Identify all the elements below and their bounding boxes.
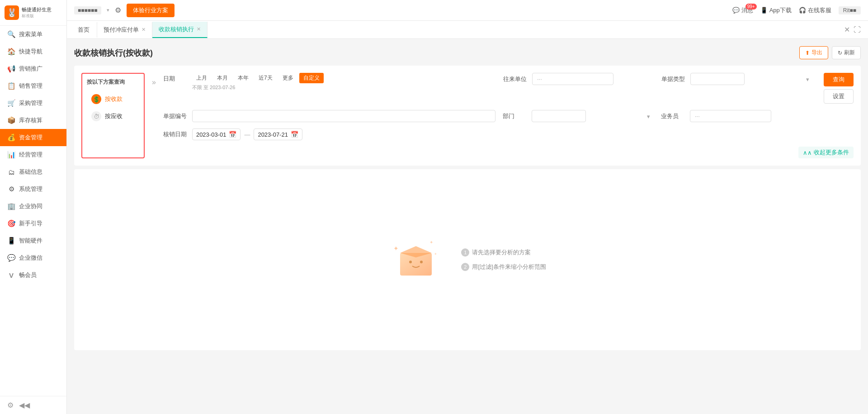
docno-input[interactable] — [192, 110, 495, 122]
logo-text-block: 畅捷通好生意 标准版 — [22, 6, 52, 19]
enterprise-icon: 🏢 — [7, 202, 15, 210]
svg-text:✦: ✦ — [434, 252, 437, 256]
sidebar-item-purchase[interactable]: 🛒 采购管理 — [0, 95, 66, 112]
verify-date-start-input[interactable]: 2023-03-01 📅 — [192, 128, 241, 140]
date-btn-more[interactable]: 更多 — [278, 73, 297, 83]
home-icon: 🏠 — [7, 48, 15, 56]
tab-collection[interactable]: 收款核销执行 ✕ — [152, 22, 208, 38]
logo-area: 🐰 畅捷通好生意 标准版 — [0, 0, 66, 26]
refresh-button[interactable]: ↻ 刷新 — [832, 46, 861, 59]
solution-button[interactable]: 体验行业方案 — [127, 4, 175, 17]
refresh-label: 刷新 — [844, 49, 855, 57]
date-btn-custom[interactable]: 自定义 — [299, 73, 324, 83]
sidebar-item-enterprise[interactable]: 🏢 企业协同 — [0, 198, 66, 215]
system-icon: ⚙ — [7, 185, 15, 193]
message-badge: 99+ — [745, 4, 757, 10]
tip-text-1: 请先选择要分析的方案 — [472, 247, 531, 258]
staff-label: 业务员 — [661, 112, 686, 120]
app-name: 畅捷通好生意 — [22, 6, 52, 13]
tab-home[interactable]: 首页 — [71, 22, 97, 38]
staff-input[interactable]: ··· — [690, 110, 771, 122]
date-shortcuts: 上月 本月 本年 近7天 更多 自定义 — [192, 73, 324, 83]
sidebar-menu: 🔍 搜索菜单 🏠 快捷导航 📢 营销推广 📋 销售管理 🛒 采购管理 📦 库存核… — [0, 26, 66, 396]
sidebar-item-wechat[interactable]: 💬 企业微信 — [0, 249, 66, 266]
partner-input[interactable]: ··· — [532, 73, 613, 85]
operations-icon: 📊 — [7, 151, 15, 159]
sidebar-bottom: ⚙ ◀◀ — [0, 396, 66, 414]
partner-field: 往来单位 ··· — [503, 73, 655, 85]
dept-field: 部门 — [503, 110, 654, 122]
header-gear-icon[interactable]: ⚙ — [115, 6, 121, 14]
tab-prepay[interactable]: 预付冲应付单 ✕ — [97, 22, 152, 38]
member-icon: V — [7, 271, 15, 279]
sidebar-item-basics[interactable]: 🗂 基础信息 — [0, 163, 66, 181]
tab-prepay-close[interactable]: ✕ — [142, 27, 146, 33]
page-title: 收款核销执行(按收款) — [74, 48, 799, 58]
sidebar-item-quick-nav[interactable]: 🏠 快捷导航 — [0, 43, 66, 60]
service-icon: 🎧 — [799, 7, 806, 14]
receivable-option-icon: ⏱ — [91, 111, 101, 121]
empty-state: ✦ ✦ ✦ 1 请先选择要分析的方案 2 用[过滤]条件来缩小分析范围 — [74, 169, 861, 350]
setting-button[interactable]: 设置 — [824, 89, 854, 104]
online-service-button[interactable]: 🎧 在线客服 — [799, 6, 831, 14]
sidebar-label-purchase: 采购管理 — [19, 99, 42, 107]
tab-expand-icon[interactable]: ⛶ — [854, 26, 861, 34]
date-btn-7days[interactable]: 近7天 — [255, 73, 277, 83]
doc-type-select[interactable] — [690, 73, 745, 85]
header-brand: ■■■■■■ — [74, 6, 101, 14]
date-btn-this-month[interactable]: 本月 — [213, 73, 232, 83]
brand-name: ■■■■■■ — [74, 6, 101, 14]
receivable-option-label: 按应收 — [105, 112, 123, 120]
sidebar-label-enterprise: 企业协同 — [19, 202, 42, 210]
filter-area: 按以下方案查询 💲 按收款 ⏱ 按应收 » 日期 — [74, 66, 861, 166]
sidebar-item-sales[interactable]: 📋 销售管理 — [0, 77, 66, 95]
export-button[interactable]: ⬆ 导出 — [799, 46, 828, 59]
query-button[interactable]: 查询 — [824, 73, 854, 86]
message-button[interactable]: 💬 消息 99+ — [732, 6, 753, 14]
sidebar-item-smart[interactable]: 📱 智能硬件 — [0, 232, 66, 249]
sidebar-label-inventory: 库存核算 — [19, 116, 42, 124]
app-download-button[interactable]: 📱 App下载 — [760, 6, 792, 14]
main-area: ■■■■■■ ▾ ⚙ 体验行业方案 💬 消息 99+ 📱 App下载 🎧 在线客… — [67, 0, 868, 414]
tab-collection-close[interactable]: ✕ — [197, 26, 201, 32]
sidebar-item-marketing[interactable]: 📢 营销推广 — [0, 60, 66, 77]
page-content: 收款核销执行(按收款) ⬆ 导出 ↻ 刷新 按以下方案查询 💲 按收款 — [67, 39, 868, 414]
verify-date-end-input[interactable]: 2023-07-21 📅 — [254, 128, 302, 140]
sidebar-label-operations: 经营管理 — [19, 151, 42, 159]
filter-panel-collapse[interactable]: » — [150, 76, 158, 88]
sidebar-label-member: 畅会员 — [19, 271, 37, 279]
filter-left-panel: 按以下方案查询 💲 按收款 ⏱ 按应收 — [81, 73, 145, 158]
verify-date-start-value: 2023-03-01 — [196, 131, 226, 138]
export-icon: ⬆ — [805, 50, 810, 56]
sidebar-label-marketing: 营销推广 — [19, 65, 42, 73]
tab-close-all-icon[interactable]: ✕ — [844, 25, 850, 34]
date-btn-last-month[interactable]: 上月 — [192, 73, 211, 83]
collection-option-icon: 💲 — [91, 94, 101, 104]
settings-bottom-icon[interactable]: ⚙ — [7, 401, 14, 409]
header-right: 💬 消息 99+ 📱 App下载 🎧 在线客服 Rit■■ — [732, 6, 861, 14]
header-chevron-icon[interactable]: ▾ — [107, 7, 109, 13]
sidebar-item-system[interactable]: ⚙ 系统管理 — [0, 181, 66, 198]
sidebar-item-member[interactable]: V 畅会员 — [0, 266, 66, 284]
svg-point-1 — [409, 261, 412, 263]
dept-select[interactable] — [532, 110, 586, 122]
sidebar-item-guide[interactable]: 🎯 新手引导 — [0, 215, 66, 232]
date-btn-this-year[interactable]: 本年 — [234, 73, 253, 83]
page-actions: ⬆ 导出 ↻ 刷新 — [799, 46, 861, 59]
logo-icon: 🐰 — [5, 5, 19, 20]
collapse-more-button[interactable]: ∧∧ 收起更多条件 — [798, 147, 854, 158]
sidebar-item-inventory[interactable]: 📦 库存核算 — [0, 112, 66, 129]
basics-icon: 🗂 — [7, 168, 15, 176]
export-label: 导出 — [811, 49, 822, 57]
filter-by-collection[interactable]: 💲 按收款 — [87, 90, 139, 108]
wechat-icon: 💬 — [7, 254, 15, 262]
tip-num-1: 1 — [461, 248, 469, 257]
user-name[interactable]: Rit■■ — [839, 6, 861, 14]
filter-by-receivable[interactable]: ⏱ 按应收 — [87, 108, 139, 125]
sidebar-label-basics: 基础信息 — [19, 168, 42, 176]
collapse-sidebar-icon[interactable]: ◀◀ — [19, 401, 30, 409]
sidebar-item-operations[interactable]: 📊 经营管理 — [0, 146, 66, 163]
smart-icon: 📱 — [7, 237, 15, 245]
sidebar-item-search[interactable]: 🔍 搜索菜单 — [0, 26, 66, 43]
sidebar-item-finance[interactable]: 💰 资金管理 — [0, 129, 66, 146]
